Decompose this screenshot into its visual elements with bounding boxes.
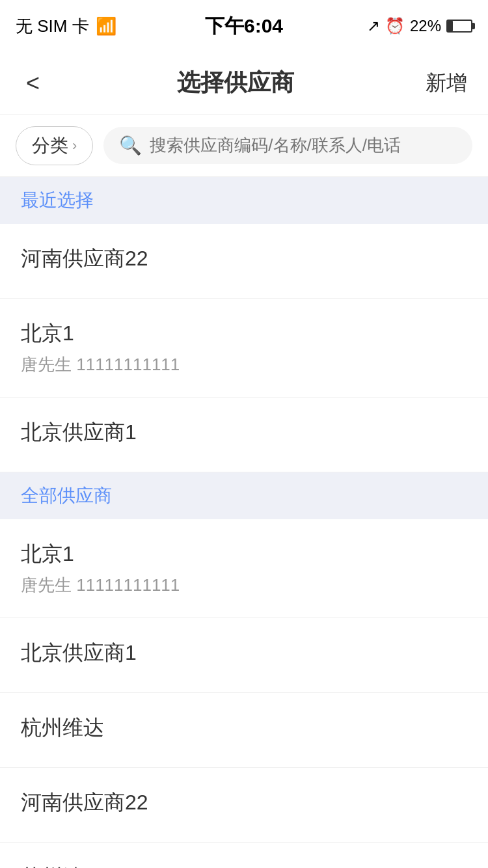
recent-list-item[interactable]: 河南供应商22 [0,224,488,299]
battery-icon [446,20,472,33]
recent-section-label: 最近选择 [21,188,94,213]
all-list-item[interactable]: 河南供应商22 [0,768,488,843]
item-name: 北京1 [21,319,467,348]
battery-fill [448,21,453,31]
item-sub: 唐先生 11111111111 [21,574,467,597]
chevron-right-icon: › [72,137,77,154]
item-name: 北京供应商1 [21,639,467,668]
nav-bar: < 选择供应商 新增 [0,52,488,115]
item-name: 北京1 [21,540,467,569]
location-icon: ↗ [367,17,380,35]
all-list-item[interactable]: 北京供应商1 [0,618,488,693]
all-list: 北京1唐先生 11111111111北京供应商1杭州维达河南供应商22苏州清风 [0,519,488,868]
item-name: 北京供应商1 [21,418,467,447]
search-input[interactable] [150,135,457,156]
all-section-label: 全部供应商 [21,483,112,508]
search-icon: 🔍 [119,135,142,156]
add-button[interactable]: 新增 [426,69,467,98]
recent-list-item[interactable]: 北京1唐先生 11111111111 [0,299,488,398]
item-sub: 唐先生 11111111111 [21,353,467,376]
recent-list: 河南供应商22北京1唐先生 11111111111北京供应商1 [0,224,488,472]
all-list-item[interactable]: 苏州清风 [0,843,488,868]
wifi-icon: 📶 [96,16,116,36]
category-button[interactable]: 分类 › [16,126,93,165]
item-name: 河南供应商22 [21,789,467,817]
battery-text: 22% [410,17,441,35]
filter-bar: 分类 › 🔍 [0,115,488,177]
page-title: 选择供应商 [177,67,294,99]
all-list-item[interactable]: 北京1唐先生 11111111111 [0,519,488,618]
recent-section-header: 最近选择 [0,177,488,224]
alarm-icon: ⏰ [385,17,405,35]
status-bar: 无 SIM 卡 📶 下午6:04 ↗ ⏰ 22% [0,0,488,52]
status-carrier: 无 SIM 卡 📶 [16,15,116,38]
status-right: ↗ ⏰ 22% [367,17,472,35]
all-section-header: 全部供应商 [0,472,488,519]
category-label: 分类 [32,133,68,158]
back-button[interactable]: < [21,64,45,102]
status-time: 下午6:04 [205,13,283,40]
search-box[interactable]: 🔍 [103,127,472,164]
item-name: 杭州维达 [21,714,467,742]
item-name: 苏州清风 [21,863,467,868]
recent-list-item[interactable]: 北京供应商1 [0,398,488,472]
carrier-text: 无 SIM 卡 [16,15,89,38]
all-list-item[interactable]: 杭州维达 [0,693,488,768]
item-name: 河南供应商22 [21,245,467,273]
